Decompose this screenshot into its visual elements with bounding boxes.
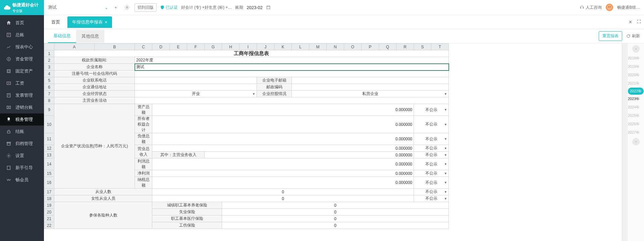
dropdown-cell[interactable]: 不公示▼ — [414, 116, 449, 133]
row-head[interactable]: 13 — [44, 152, 54, 158]
refresh-button[interactable]: 刷新 — [626, 33, 640, 39]
nav-guide[interactable]: 新手引导 — [0, 162, 44, 174]
support-button[interactable]: 人工咨询 — [580, 5, 602, 10]
cell[interactable]: 0.000000 — [152, 158, 414, 170]
nav-reports[interactable]: 报表中心 — [0, 41, 44, 53]
nav-funds[interactable]: 资金管理 — [0, 53, 44, 65]
cell[interactable]: 0 — [222, 202, 449, 209]
row-head[interactable]: 3 — [44, 64, 54, 70]
col-head[interactable]: P — [362, 44, 379, 50]
row-head[interactable]: 15 — [44, 170, 54, 177]
dropdown-cell[interactable]: 不公示▼ — [414, 195, 449, 202]
year-2018年[interactable]: 2018年 — [628, 54, 644, 62]
row-head[interactable]: 20 — [44, 209, 54, 215]
col-head[interactable]: N — [327, 44, 344, 50]
year-2026年[interactable]: 2026年 — [628, 120, 644, 128]
col-head[interactable]: C — [135, 44, 152, 50]
cell[interactable]: 测试 — [135, 64, 449, 70]
row-head[interactable]: 10 — [44, 116, 54, 133]
row-head[interactable]: 2 — [44, 57, 54, 64]
year-2022年[interactable]: 2022年 — [628, 88, 644, 95]
reset-button[interactable]: 重置报表 — [599, 31, 622, 41]
nav-salary[interactable]: 工资 — [0, 77, 44, 89]
col-head[interactable]: M — [309, 44, 327, 50]
dropdown-cell[interactable]: 不公示▼ — [414, 145, 449, 152]
dropdown-cell[interactable]: 不公示▼ — [414, 104, 449, 116]
cell[interactable]: 0.000000 — [152, 145, 414, 152]
expand-button[interactable] — [637, 19, 641, 25]
col-head[interactable]: I — [239, 44, 257, 50]
row-head[interactable]: 19 — [44, 202, 54, 209]
row-head[interactable]: 1 — [44, 50, 54, 57]
close-icon[interactable]: × — [105, 19, 107, 25]
row-head[interactable]: 21 — [44, 215, 54, 222]
spreadsheet[interactable]: ABCDEFGHIJKLMNOPQRST1工商年报信息表2税款所属期间:2022… — [44, 43, 622, 241]
scrollbar[interactable] — [622, 43, 627, 241]
row-head[interactable]: 6 — [44, 84, 54, 91]
col-head[interactable]: E — [170, 44, 187, 50]
nav-settings[interactable]: 设置 — [0, 150, 44, 162]
year-2021年[interactable]: 2021年 — [628, 79, 644, 88]
year-2023年[interactable]: 2023年 — [628, 95, 644, 103]
cell[interactable]: 0 — [222, 215, 449, 222]
dropdown-cell[interactable]: 不公示▼ — [414, 189, 449, 195]
user-name[interactable]: 畅捷通B组… — [617, 5, 640, 10]
subtab-other[interactable]: 其他信息 — [76, 30, 104, 43]
row-head[interactable]: 14 — [44, 158, 54, 170]
row-head[interactable]: 12 — [44, 145, 54, 152]
row-head[interactable]: 4 — [44, 70, 54, 77]
settings-button[interactable] — [123, 3, 131, 11]
select-all[interactable] — [44, 44, 54, 50]
year-prev[interactable] — [632, 45, 640, 53]
nav-home[interactable]: 首页 — [0, 17, 44, 29]
col-head[interactable]: T — [431, 44, 449, 50]
col-head[interactable]: S — [414, 44, 431, 50]
nav-assets[interactable]: 固定资产 — [0, 65, 44, 77]
row-head[interactable]: 8 — [44, 97, 54, 104]
dropdown-cell[interactable]: 不公示▼ — [414, 170, 449, 177]
year-2027年[interactable]: 2027年 — [628, 128, 644, 137]
cell[interactable] — [292, 77, 449, 84]
row-head[interactable]: 9 — [44, 104, 54, 116]
nav-invoice[interactable]: 发票管理 — [0, 89, 44, 101]
year-next[interactable] — [632, 138, 640, 145]
cell[interactable]: 0.000000 — [205, 152, 414, 158]
close-all-tabs[interactable]: × — [627, 19, 634, 25]
calendar-icon[interactable] — [266, 5, 271, 10]
cell[interactable]: 0 — [222, 209, 449, 215]
cell[interactable]: 0.000000 — [152, 104, 414, 116]
row-head[interactable]: 18 — [44, 195, 54, 202]
cell[interactable] — [135, 97, 449, 104]
year-2020年[interactable]: 2020年 — [628, 71, 644, 79]
cell[interactable]: 0 — [222, 222, 449, 229]
cell[interactable] — [292, 84, 449, 91]
dropdown-cell[interactable]: 不公示▼ — [414, 177, 449, 189]
col-head[interactable]: Q — [379, 44, 396, 50]
tab-home[interactable]: 首页 — [47, 16, 65, 28]
row-head[interactable]: 22 — [44, 222, 54, 229]
col-head[interactable]: O — [344, 44, 362, 50]
nav-inventory[interactable]: 进销台账 — [0, 101, 44, 113]
cell[interactable]: 0.000000 — [152, 133, 414, 145]
col-head[interactable]: B — [95, 44, 135, 50]
cell[interactable]: 0.000000 — [152, 116, 414, 133]
cell[interactable]: 0 — [152, 189, 414, 195]
old-version-button[interactable]: 切到旧版 — [135, 3, 157, 12]
col-head[interactable]: L — [292, 44, 309, 50]
cell[interactable]: 2022年度 — [135, 57, 449, 64]
period-value[interactable]: 2023-02 — [247, 5, 263, 10]
nav-vip[interactable]: 畅会员 — [0, 174, 44, 186]
row-head[interactable]: 5 — [44, 77, 54, 84]
dropdown-cell[interactable]: 开业▼ — [135, 91, 257, 97]
row-head[interactable]: 16 — [44, 177, 54, 189]
cell[interactable]: 0 — [152, 195, 414, 202]
year-2024年[interactable]: 2024年 — [628, 103, 644, 111]
cell[interactable] — [135, 84, 257, 91]
col-head[interactable]: G — [205, 44, 222, 50]
col-head[interactable]: J — [257, 44, 274, 50]
col-head[interactable]: H — [222, 44, 239, 50]
cell[interactable] — [135, 77, 257, 84]
row-head[interactable]: 17 — [44, 189, 54, 195]
col-head[interactable]: F — [187, 44, 205, 50]
dropdown-cell[interactable]: 私营企业▼ — [292, 91, 449, 97]
